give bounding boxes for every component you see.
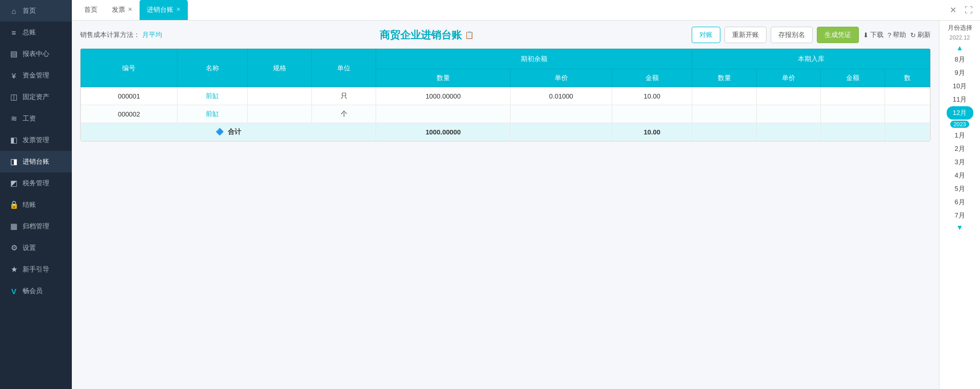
tab-home-label: 首页 bbox=[84, 5, 97, 14]
cell-id: 000002 bbox=[81, 105, 178, 123]
guide-icon: ★ bbox=[9, 265, 18, 274]
cell-spec bbox=[247, 87, 311, 105]
col-sub-price-in: 单价 bbox=[756, 69, 820, 87]
sidebar-item-report[interactable]: ▤ 报表中心 bbox=[0, 43, 72, 65]
page-info-icon[interactable]: 📋 bbox=[465, 31, 474, 39]
col-sub-qty-in: 数量 bbox=[692, 69, 756, 87]
cell-price-in bbox=[756, 105, 820, 123]
tab-bar: 首页 发票 ✕ 进销台账 ✕ ✕ ⛶ bbox=[72, 0, 980, 21]
month-item-10[interactable]: 10月 bbox=[947, 80, 973, 93]
tab-home[interactable]: 首页 bbox=[77, 0, 105, 20]
refresh-button[interactable]: ↻ 刷新 bbox=[910, 30, 931, 40]
month-item-5[interactable]: 5月 bbox=[947, 182, 973, 196]
cell-qty-in bbox=[692, 105, 756, 123]
sidebar-item-label: 进销台账 bbox=[23, 157, 49, 166]
tab-invoice[interactable]: 发票 ✕ bbox=[105, 0, 140, 20]
sidebar-item-label: 畅会员 bbox=[23, 286, 43, 296]
total-amount-in bbox=[821, 123, 885, 141]
invoice-mgmt-icon: ◧ bbox=[9, 135, 18, 145]
download-icon: ⬇ bbox=[863, 31, 869, 39]
month-item-11[interactable]: 11月 bbox=[947, 93, 973, 106]
sidebar-item-label: 首页 bbox=[23, 6, 36, 15]
total-price-init bbox=[510, 123, 612, 141]
month-selector-title: 月份选择 bbox=[948, 24, 972, 32]
report-icon: ▤ bbox=[9, 49, 18, 59]
total-icon: 🔷 bbox=[215, 128, 224, 135]
window-close-button[interactable]: ✕ bbox=[948, 5, 958, 15]
month-scroll-up[interactable]: ▲ bbox=[955, 43, 965, 53]
month-item-4[interactable]: 4月 bbox=[947, 169, 973, 182]
sidebar-item-guide[interactable]: ★ 新手引导 bbox=[0, 259, 72, 280]
month-item-8[interactable]: 8月 bbox=[947, 53, 973, 66]
help-button[interactable]: ? 帮助 bbox=[888, 30, 906, 40]
sidebar-item-close[interactable]: 🔒 结账 bbox=[0, 194, 72, 216]
top-bar: 销售成本计算方法： 月平均 商贸企业进销台账 📋 对账 重新开账 存报别名 生成… bbox=[80, 27, 931, 43]
member-icon: V bbox=[9, 287, 18, 296]
main-panel: 销售成本计算方法： 月平均 商贸企业进销台账 📋 对账 重新开账 存报别名 生成… bbox=[72, 21, 939, 389]
col-header-qcye: 期初余额 bbox=[376, 49, 692, 69]
col-sub-qty-init: 数量 bbox=[376, 69, 510, 87]
sidebar-item-stock[interactable]: ◨ 进销台账 bbox=[0, 151, 72, 172]
sidebar-item-settings[interactable]: ⚙ 设置 bbox=[0, 237, 72, 259]
cell-amount-in bbox=[821, 105, 885, 123]
month-item-1[interactable]: 1月 bbox=[947, 129, 973, 142]
cell-price-in bbox=[756, 87, 820, 105]
sidebar-item-tax[interactable]: ◩ 税务管理 bbox=[0, 172, 72, 194]
cell-name[interactable]: 前缸 bbox=[177, 87, 247, 105]
sidebar-item-archive[interactable]: ▦ 归档管理 bbox=[0, 216, 72, 237]
month-item-3[interactable]: 3月 bbox=[947, 155, 973, 169]
tax-icon: ◩ bbox=[9, 179, 18, 188]
reopen-button[interactable]: 重新开账 bbox=[724, 27, 767, 43]
month-item-2[interactable]: 2月 bbox=[947, 142, 973, 155]
sidebar-item-member[interactable]: V 畅会员 bbox=[0, 280, 72, 302]
cost-method-value: 月平均 bbox=[142, 31, 162, 38]
cost-method: 销售成本计算方法： 月平均 bbox=[80, 30, 162, 40]
reconcile-button[interactable]: 对账 bbox=[692, 27, 720, 43]
sidebar-item-invoice-mgmt[interactable]: ◧ 发票管理 bbox=[0, 129, 72, 151]
month-item-6[interactable]: 6月 bbox=[947, 196, 973, 209]
col-header-bqrk: 本期入库 bbox=[692, 49, 930, 69]
settings-icon: ⚙ bbox=[9, 243, 18, 252]
tab-stock[interactable]: 进销台账 ✕ bbox=[140, 0, 188, 20]
download-button[interactable]: ⬇ 下载 bbox=[863, 30, 884, 40]
page-title: 商贸企业进销台账 bbox=[380, 28, 462, 42]
sidebar-item-label: 税务管理 bbox=[23, 179, 49, 188]
col-header-unit: 单位 bbox=[312, 49, 376, 87]
sidebar-item-label: 资金管理 bbox=[23, 71, 49, 80]
page-title-area: 商贸企业进销台账 📋 bbox=[380, 28, 474, 42]
sidebar: ⌂ 首页 ≡ 总账 ▤ 报表中心 ¥ 资金管理 ◫ 固定资产 ≋ 工资 ◧ 发票… bbox=[0, 0, 72, 389]
month-scroll-down[interactable]: ▼ bbox=[955, 222, 965, 232]
sidebar-item-payroll[interactable]: ≋ 工资 bbox=[0, 108, 72, 129]
tab-stock-label: 进销台账 bbox=[147, 5, 173, 14]
cell-extra bbox=[885, 105, 930, 123]
month-item-7[interactable]: 7月 bbox=[947, 209, 973, 222]
funds-icon: ¥ bbox=[9, 71, 18, 80]
save-alias-button[interactable]: 存报别名 bbox=[771, 27, 813, 43]
tab-stock-close[interactable]: ✕ bbox=[176, 6, 181, 13]
refresh-icon: ↻ bbox=[910, 31, 916, 39]
cell-name[interactable]: 前缸 bbox=[177, 105, 247, 123]
sidebar-item-funds[interactable]: ¥ 资金管理 bbox=[0, 65, 72, 86]
tab-invoice-close[interactable]: ✕ bbox=[128, 6, 132, 13]
month-item-9[interactable]: 9月 bbox=[947, 66, 973, 80]
help-icon: ? bbox=[888, 31, 891, 39]
cell-extra bbox=[885, 87, 930, 105]
sidebar-item-home[interactable]: ⌂ 首页 bbox=[0, 0, 72, 22]
cell-qty-in bbox=[692, 87, 756, 105]
archive-icon: ▦ bbox=[9, 222, 18, 231]
sidebar-item-ledger[interactable]: ≡ 总账 bbox=[0, 22, 72, 43]
cell-spec bbox=[247, 105, 311, 123]
sidebar-item-label: 归档管理 bbox=[23, 222, 49, 231]
sidebar-item-assets[interactable]: ◫ 固定资产 bbox=[0, 86, 72, 108]
sidebar-item-label: 设置 bbox=[23, 243, 36, 252]
sidebar-item-label: 发票管理 bbox=[23, 135, 49, 145]
window-fullscreen-button[interactable]: ⛶ bbox=[963, 5, 975, 15]
sidebar-item-label: 工资 bbox=[23, 114, 36, 123]
tab-invoice-label: 发票 bbox=[112, 5, 125, 14]
main-area: 首页 发票 ✕ 进销台账 ✕ ✕ ⛶ 销售成本计算方法： 月平均 商贸企 bbox=[72, 0, 980, 389]
month-item-12[interactable]: 12月 bbox=[947, 106, 973, 120]
assets-icon: ◫ bbox=[9, 92, 18, 102]
cell-amount-in bbox=[821, 87, 885, 105]
generate-voucher-button[interactable]: 生成凭证 bbox=[817, 27, 859, 43]
action-buttons: 对账 重新开账 存报别名 生成凭证 ⬇ 下载 ? 帮助 ↻ 刷新 bbox=[692, 27, 931, 43]
